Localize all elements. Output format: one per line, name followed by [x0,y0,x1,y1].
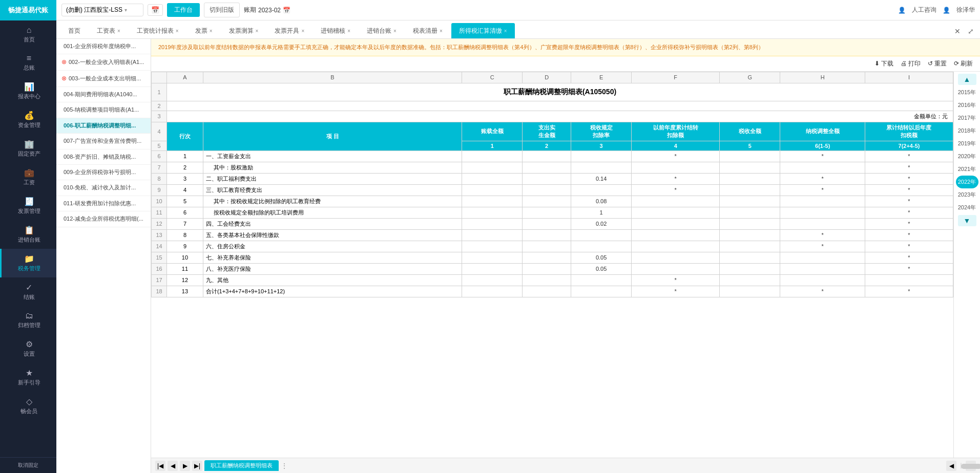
cell-c6[interactable] [780,218,865,229]
cell-c5[interactable] [720,184,780,196]
list-item-012[interactable]: 012-减免企业所得税优惠明细(... [56,211,151,227]
tab-purchase-ledger-close[interactable]: × [393,28,397,34]
sidebar-item-settings[interactable]: ⚙ 设置 [0,334,56,363]
print-btn[interactable]: 🖨 打印 [901,59,921,68]
scroll-left-btn[interactable]: ◀ [946,461,956,471]
calendar-btn[interactable]: 📅 [148,4,163,16]
cell-c4[interactable]: * [632,184,720,196]
cell-c2[interactable] [523,196,571,207]
cell-c3[interactable]: 0.02 [571,218,631,229]
cell-c1[interactable] [462,207,523,218]
cell-c6[interactable]: * [780,286,865,297]
cell-c5[interactable] [720,274,780,286]
sidebar-item-report[interactable]: 📊 报表中心 [0,77,56,105]
cell-c2[interactable] [523,173,571,184]
cell-c4[interactable]: * [632,150,720,162]
year-nav-item-2015[interactable]: 2015年 [956,86,978,99]
cell-c7[interactable]: * [865,218,953,229]
sheet-more-btn[interactable]: ⋮ [281,462,288,470]
sidebar-item-home[interactable]: ⌂ 首页 [0,20,56,49]
cell-c7[interactable]: * [865,162,953,173]
tab-invoice-close[interactable]: × [210,28,213,34]
year-nav-item-2017[interactable]: 2017年 [956,112,978,124]
list-item-009[interactable]: 009-企业所得税弥补亏损明... [56,165,151,180]
cell-c6[interactable]: * [780,150,865,162]
cell-c5[interactable] [720,286,780,297]
cell-c5[interactable] [720,218,780,229]
cell-c4[interactable] [632,252,720,263]
cell-c7[interactable]: * [865,252,953,263]
cell-c2[interactable] [523,263,571,274]
sidebar-item-member[interactable]: ◇ 畅会员 [0,392,56,420]
sheet-nav-prev-btn[interactable]: ◀ [168,461,178,471]
workbench-button[interactable]: 工作台 [167,3,200,17]
cell-c5[interactable] [720,229,780,241]
cell-c3[interactable]: 0.05 [571,252,631,263]
cell-c7[interactable]: * [865,286,953,297]
tab-invoice-open-close[interactable]: × [301,28,304,34]
cell-c4[interactable] [632,263,720,274]
cell-c2[interactable] [523,207,571,218]
cell-c1[interactable] [462,274,523,286]
cell-c3[interactable] [571,229,631,241]
sidebar-item-settle[interactable]: ✓ 结账 [0,277,56,306]
tab-invoice-calc-close[interactable]: × [256,28,259,34]
sidebar-item-assets[interactable]: 🏢 固定资产 [0,134,56,163]
list-item-007[interactable]: 007-广告宣传和业务宣传费明... [56,134,151,149]
cell-c6[interactable]: * [780,173,865,184]
cell-c1[interactable] [462,286,523,297]
cell-c3[interactable] [571,274,631,286]
cell-c6[interactable] [780,263,865,274]
close-all-tabs-btn[interactable]: ✕ [952,26,963,36]
bottom-sheet-tab[interactable]: 职工薪酬纳税调整明细表 [204,460,279,471]
sidebar-item-tax[interactable]: 📁 税务管理 [0,249,56,277]
cell-c3[interactable] [571,241,631,252]
cell-c6[interactable]: * [780,229,865,241]
sheet-nav-last-btn[interactable]: ▶| [192,461,202,471]
cell-c6[interactable] [780,196,865,207]
list-item-006[interactable]: 006-职工薪酬纳税调整明细... [56,118,151,134]
cell-c4[interactable] [632,162,720,173]
horizontal-scrollbar[interactable] [961,463,962,469]
cell-c6[interactable] [780,207,865,218]
tab-income-tax-close[interactable]: × [504,28,507,34]
cell-c1[interactable] [462,162,523,173]
cancel-fixed-btn[interactable]: 取消固定 [0,458,56,473]
cell-c2[interactable] [523,286,571,297]
list-item-001[interactable]: 001-企业所得税年度纳税申... [56,39,151,54]
spreadsheet-wrap[interactable]: A B C D E F G H I [151,72,980,458]
year-nav-item-2019[interactable]: 2019年 [956,137,978,150]
cell-c2[interactable] [523,218,571,229]
cell-c1[interactable] [462,263,523,274]
cell-c5[interactable] [720,207,780,218]
list-item-004[interactable]: 004-期间费用明细表(A1040... [56,87,151,102]
cell-c5[interactable] [720,173,780,184]
year-nav-item-2020[interactable]: 2020年 [956,150,978,163]
cell-c2[interactable] [523,241,571,252]
cell-c2[interactable] [523,150,571,162]
cell-c7[interactable]: * [865,229,953,241]
list-item-008[interactable]: 008-资产折旧、摊销及纳税... [56,149,151,165]
cell-c3[interactable]: 0.14 [571,173,631,184]
cell-c7[interactable]: * [865,241,953,252]
cell-c7[interactable]: * [865,263,953,274]
cell-c2[interactable] [523,162,571,173]
cell-c1[interactable] [462,229,523,241]
cell-c6[interactable]: * [780,184,865,196]
cell-c4[interactable] [632,218,720,229]
sidebar-item-guide[interactable]: ★ 新手引导 [0,363,56,392]
cell-c7[interactable]: * [865,173,953,184]
cell-c4[interactable] [632,196,720,207]
tab-invoice-open[interactable]: 发票开具 × [267,23,312,38]
cell-c3[interactable] [571,162,631,173]
cell-c6[interactable]: * [780,241,865,252]
cell-c6[interactable] [780,252,865,263]
year-nav-item-2022[interactable]: 2022年 [956,176,978,188]
cell-c4[interactable]: * [632,274,720,286]
cell-c2[interactable] [523,229,571,241]
cell-c5[interactable] [720,162,780,173]
cell-c7[interactable] [865,274,953,286]
tab-invoice-calc[interactable]: 发票测算 × [221,23,266,38]
cell-c3[interactable]: 0.05 [571,263,631,274]
tab-tax-list[interactable]: 税表清册 × [405,23,450,38]
